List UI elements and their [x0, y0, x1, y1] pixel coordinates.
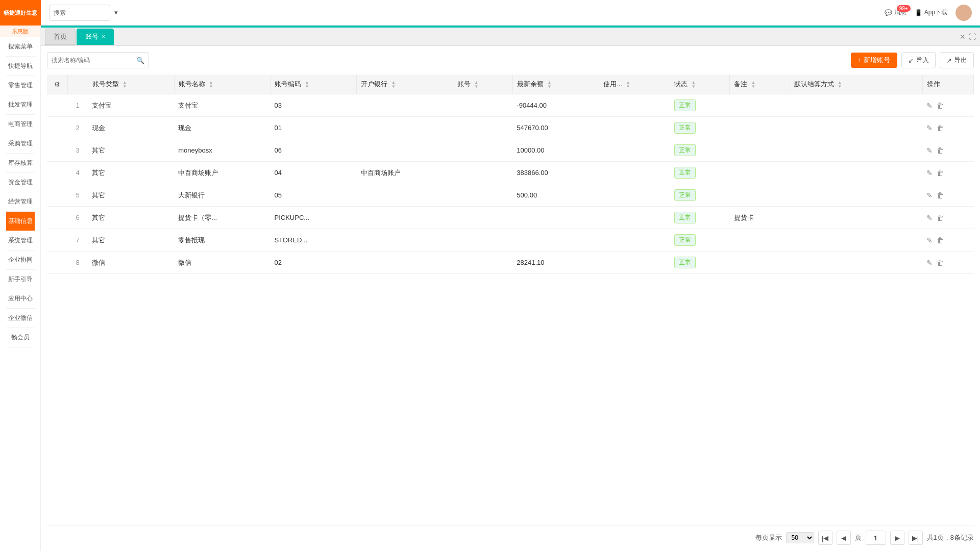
edit-icon[interactable]: ✎ — [926, 124, 933, 132]
sort-icon-usage[interactable]: ▲▼ — [626, 81, 630, 89]
header-dropdown[interactable]: ▾ — [114, 9, 118, 16]
sidebar-item-enterprise-wechat[interactable]: 企业微信 — [6, 309, 35, 328]
delete-icon[interactable]: 🗑 — [937, 124, 944, 132]
close-tab-icon[interactable]: ✕ — [960, 33, 966, 41]
sort-icon-balance[interactable]: ▲▼ — [547, 81, 551, 89]
edit-icon[interactable]: ✎ — [926, 146, 933, 155]
row-cell — [453, 184, 512, 207]
top-header: ▾ 💬 消息 99+ 📱 App下载 — [41, 0, 980, 26]
row-cell — [730, 94, 790, 117]
sidebar-item-enterprise-agreement[interactable]: 企业协同 — [6, 251, 35, 270]
tab-label-account: 账号 — [85, 32, 99, 41]
first-page-btn[interactable]: |◀ — [818, 531, 832, 545]
status-badge: 正常 — [674, 212, 696, 223]
row-cell — [599, 117, 670, 139]
tab-close-account[interactable]: × — [102, 33, 105, 40]
header-search-input[interactable] — [54, 9, 106, 16]
delete-icon[interactable]: 🗑 — [937, 214, 944, 222]
import-button[interactable]: ↙ 导入 — [901, 52, 936, 68]
row-cell: 02 — [270, 252, 356, 274]
tab-home[interactable]: 首页 — [45, 29, 76, 45]
delete-icon[interactable]: 🗑 — [937, 102, 944, 110]
row-cell — [453, 229, 512, 252]
import-icon: ↙ — [908, 57, 914, 64]
next-page-btn[interactable]: ▶ — [890, 531, 904, 545]
bell-icon: 💬 — [885, 9, 892, 16]
row-status-cell: 正常 — [670, 139, 730, 162]
export-button[interactable]: ↗ 导出 — [940, 52, 974, 68]
settings-icon[interactable]: ⚙ — [54, 81, 60, 88]
row-cell: 提货卡（零... — [174, 207, 270, 229]
add-account-button[interactable]: + 新增账号 — [851, 53, 897, 68]
row-cell — [357, 229, 453, 252]
last-page-btn[interactable]: ▶| — [909, 531, 923, 545]
row-cell: 其它 — [88, 229, 174, 252]
row-cell — [599, 229, 670, 252]
table-search-wrap[interactable]: 🔍 — [47, 52, 149, 68]
prev-page-btn[interactable]: ◀ — [837, 531, 851, 545]
message-icon-btn[interactable]: 💬 消息 99+ — [885, 8, 906, 17]
row-cell: 04 — [270, 162, 356, 184]
sidebar-item-wholesale-mgmt[interactable]: 批发管理 — [6, 95, 35, 115]
sidebar-item-ecommerce-mgmt[interactable]: 电商管理 — [6, 115, 35, 134]
delete-icon[interactable]: 🗑 — [937, 236, 944, 244]
export-icon: ↗ — [946, 57, 952, 64]
edit-icon[interactable]: ✎ — [926, 102, 933, 110]
edit-icon[interactable]: ✎ — [926, 169, 933, 177]
delete-icon[interactable]: 🗑 — [937, 191, 944, 199]
sidebar-item-search-menu[interactable]: 搜索菜单 — [6, 37, 35, 57]
row-cell: 7 — [67, 229, 88, 252]
col-default-settlement: 默认结算方式 ▲▼ — [790, 74, 922, 94]
header-search[interactable] — [49, 5, 110, 21]
sidebar-item-inventory-mgmt[interactable]: 库存核算 — [6, 154, 35, 173]
status-badge: 正常 — [674, 99, 696, 111]
mobile-icon: 📱 — [915, 9, 922, 16]
sort-icon-status[interactable]: ▲▼ — [692, 81, 696, 89]
sort-icon-bank[interactable]: ▲▼ — [391, 81, 396, 89]
row-cell — [599, 162, 670, 184]
sidebar-item-vip[interactable]: 畅会员 — [6, 328, 35, 347]
current-page-input[interactable] — [866, 531, 886, 545]
edit-icon[interactable]: ✎ — [926, 236, 933, 244]
tab-account[interactable]: 账号× — [77, 29, 114, 45]
fullscreen-icon[interactable]: ⛶ — [969, 33, 976, 41]
user-avatar[interactable] — [955, 5, 972, 21]
per-page-select[interactable]: 50 20 100 — [786, 532, 814, 543]
sidebar-item-new-guide[interactable]: 新手引导 — [6, 270, 35, 289]
row-action-cell: ✎🗑 — [922, 184, 973, 207]
row-cell — [790, 252, 922, 274]
sort-icon-type[interactable]: ▲▼ — [122, 81, 127, 89]
edit-icon[interactable]: ✎ — [926, 214, 933, 222]
sort-icon-name[interactable]: ▲▼ — [209, 81, 213, 89]
sidebar-item-basic-info[interactable]: 基础信息 — [6, 212, 35, 231]
delete-icon[interactable]: 🗑 — [937, 169, 944, 177]
edit-icon[interactable]: ✎ — [926, 259, 933, 267]
table-search-input[interactable] — [52, 57, 136, 64]
sort-icon-account[interactable]: ▲▼ — [474, 81, 478, 89]
table-row: 6其它提货卡（零...PICKUPC...正常提货卡✎🗑 — [47, 207, 974, 229]
status-badge: 正常 — [674, 167, 696, 179]
row-cell — [790, 139, 922, 162]
col-num — [67, 74, 88, 94]
status-badge: 正常 — [674, 257, 696, 268]
row-cell: 1 — [67, 94, 88, 117]
sort-icon-remark[interactable]: ▲▼ — [751, 81, 755, 89]
edit-icon[interactable]: ✎ — [926, 191, 933, 199]
sort-icon-settlement[interactable]: ▲▼ — [838, 81, 842, 89]
table-row: 2现金现金01547670.00正常✎🗑 — [47, 117, 974, 139]
sidebar-item-operations-mgmt[interactable]: 经营管理 — [6, 192, 35, 212]
sidebar-item-finance-mgmt[interactable]: 资金管理 — [6, 173, 35, 192]
delete-icon[interactable]: 🗑 — [937, 146, 944, 155]
msg-badge: 99+ — [897, 5, 911, 12]
sidebar-item-system-mgmt[interactable]: 系统管理 — [6, 231, 35, 251]
sidebar-item-purchase-mgmt[interactable]: 采购管理 — [6, 134, 35, 154]
sidebar-item-retail-mgmt[interactable]: 零售管理 — [6, 76, 35, 95]
row-cell: 383866.00 — [512, 162, 599, 184]
row-action-cell: ✎🗑 — [922, 162, 973, 184]
app-download-btn[interactable]: 📱 App下载 — [915, 8, 947, 17]
row-cell — [790, 229, 922, 252]
delete-icon[interactable]: 🗑 — [937, 259, 944, 267]
sort-icon-code[interactable]: ▲▼ — [305, 81, 309, 89]
sidebar-item-quick-nav[interactable]: 快捷导航 — [6, 57, 35, 76]
sidebar-item-app-center[interactable]: 应用中心 — [6, 289, 35, 309]
